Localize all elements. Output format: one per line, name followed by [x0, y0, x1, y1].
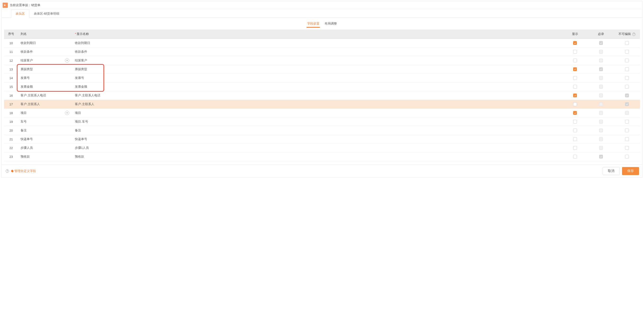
- required-checkbox: [599, 128, 603, 132]
- expand-panel-button[interactable]: [2, 2, 8, 8]
- show-checkbox[interactable]: [573, 146, 577, 150]
- col-required-header: 必录: [588, 30, 614, 39]
- readonly-checkbox[interactable]: [625, 76, 629, 80]
- row-seq: 13: [4, 65, 18, 74]
- readonly-checkbox[interactable]: [625, 155, 629, 158]
- cancel-button[interactable]: 取消: [603, 167, 620, 175]
- primary-tab[interactable]: 表头区: [11, 10, 29, 18]
- readonly-checkbox[interactable]: [625, 120, 629, 124]
- col-display-header: *显示名称: [72, 30, 562, 39]
- readonly-checkbox[interactable]: [625, 50, 629, 54]
- row-display[interactable]: 收款条件: [72, 48, 562, 56]
- col-show-header: 显示: [562, 30, 588, 39]
- row-name: 收款条件: [18, 48, 72, 56]
- readonly-checkbox[interactable]: [625, 58, 629, 62]
- readonly-checkbox[interactable]: [625, 41, 629, 45]
- required-checkbox: [599, 102, 603, 106]
- readonly-checkbox: [625, 94, 629, 97]
- row-display[interactable]: 客户.主联系人电话: [72, 91, 562, 100]
- table-row: 17客户.主联系人客户.主联系人: [4, 100, 640, 109]
- show-checkbox[interactable]: [573, 111, 577, 115]
- row-seq: 18: [4, 109, 18, 118]
- required-checkbox: [599, 146, 603, 150]
- table-row: 16客户.主联系人电话客户.主联系人电话: [4, 91, 640, 100]
- table-row: 20备注备注: [4, 126, 640, 135]
- secondary-tabs: 字段设置布局调整: [2, 18, 642, 30]
- help-icon[interactable]: ?: [632, 32, 636, 36]
- col-readonly-header: 不可编辑 ?: [614, 30, 640, 39]
- add-icon[interactable]: +: [65, 111, 69, 115]
- row-name: 结算客户+: [18, 56, 72, 65]
- primary-tab[interactable]: 表体区-销货单明细: [29, 10, 64, 18]
- show-checkbox[interactable]: [573, 67, 577, 71]
- primary-tabs: 表头区表体区-销货单明细: [2, 9, 642, 18]
- table-row: 23预收款预收款: [4, 152, 640, 161]
- show-checkbox[interactable]: [573, 128, 577, 132]
- save-button[interactable]: 保存: [622, 167, 639, 175]
- row-seq: 10: [4, 39, 18, 48]
- required-checkbox: [599, 41, 603, 45]
- table-row: 22步骤人员步骤1人员: [4, 144, 640, 152]
- row-name: 客户.主联系人: [18, 100, 72, 109]
- row-display[interactable]: 备注: [72, 126, 562, 135]
- show-checkbox[interactable]: [573, 41, 577, 45]
- table-row: 12结算客户+结算客户: [4, 56, 640, 65]
- row-seq: 19: [4, 118, 18, 126]
- show-checkbox[interactable]: [573, 76, 577, 80]
- row-name: 客户.主联系人电话: [18, 91, 72, 100]
- row-display[interactable]: 客户.主联系人: [72, 100, 562, 109]
- table-row: 18项目+项目: [4, 109, 640, 118]
- show-checkbox[interactable]: [573, 58, 577, 62]
- readonly-checkbox[interactable]: [625, 137, 629, 141]
- add-icon[interactable]: +: [65, 58, 69, 62]
- row-name: 车号: [18, 118, 72, 126]
- secondary-tab[interactable]: 字段设置: [307, 20, 320, 28]
- row-display[interactable]: 步骤1人员: [72, 144, 562, 152]
- row-display[interactable]: 快递单号: [72, 135, 562, 144]
- gear-icon: [10, 170, 14, 173]
- required-checkbox: [599, 67, 603, 71]
- readonly-checkbox[interactable]: [625, 85, 629, 88]
- row-seq: 22: [4, 144, 18, 152]
- row-seq: 12: [4, 56, 18, 65]
- required-checkbox: [599, 85, 603, 88]
- readonly-checkbox: [625, 111, 629, 115]
- row-display[interactable]: 票据类型: [72, 65, 562, 74]
- row-display[interactable]: 发票金额: [72, 82, 562, 91]
- required-checkbox: [599, 50, 603, 54]
- show-checkbox[interactable]: [573, 102, 577, 106]
- help-icon[interactable]: ?: [6, 170, 9, 173]
- readonly-checkbox[interactable]: [625, 128, 629, 132]
- row-display[interactable]: 项目: [72, 109, 562, 118]
- table-row: 14发票号发票号: [4, 74, 640, 82]
- readonly-checkbox[interactable]: [625, 67, 629, 71]
- required-checkbox: [599, 155, 603, 158]
- show-checkbox[interactable]: [573, 50, 577, 54]
- row-name: 备注: [18, 126, 72, 135]
- show-checkbox[interactable]: [573, 137, 577, 141]
- required-checkbox: [599, 58, 603, 62]
- readonly-checkbox[interactable]: [625, 146, 629, 150]
- secondary-tab[interactable]: 布局调整: [324, 20, 337, 28]
- row-seq: 11: [4, 48, 18, 56]
- table-row: 21快递单号快递单号: [4, 135, 640, 144]
- row-name: 快递单号: [18, 135, 72, 144]
- row-display[interactable]: 结算客户: [72, 56, 562, 65]
- row-seq: 23: [4, 152, 18, 161]
- show-checkbox[interactable]: [573, 120, 577, 124]
- row-display[interactable]: 预收款: [72, 152, 562, 161]
- show-checkbox[interactable]: [573, 85, 577, 88]
- row-display[interactable]: 发票号: [72, 74, 562, 82]
- row-display[interactable]: 收款到期日: [72, 39, 562, 48]
- required-checkbox: [599, 76, 603, 80]
- topbar: 当前设置单据：销货单: [2, 1, 642, 9]
- row-seq: 21: [4, 135, 18, 144]
- row-display[interactable]: 项目.车号: [72, 118, 562, 126]
- manage-custom-fields-link[interactable]: 管理自定义字段: [14, 169, 36, 173]
- show-checkbox[interactable]: [573, 155, 577, 158]
- show-checkbox[interactable]: [573, 94, 577, 97]
- col-name-header: 列名: [18, 30, 72, 39]
- row-seq: 16: [4, 91, 18, 100]
- row-name: 票据类型: [18, 65, 72, 74]
- row-name: 预收款: [18, 152, 72, 161]
